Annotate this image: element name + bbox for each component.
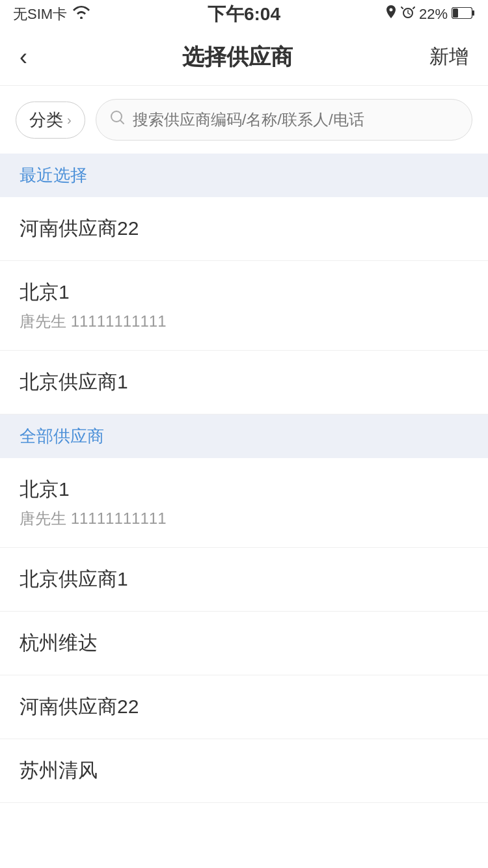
list-item[interactable]: 河南供应商22: [0, 197, 488, 261]
item-name: 北京1: [20, 279, 468, 306]
list-item[interactable]: 苏州清风: [0, 739, 488, 803]
item-name: 河南供应商22: [20, 694, 468, 720]
search-box[interactable]: [96, 99, 472, 141]
status-left: 无SIM卡: [13, 5, 90, 24]
recent-section-label: 最近选择: [20, 165, 87, 185]
item-name: 河南供应商22: [20, 215, 468, 242]
category-button[interactable]: 分类 ›: [16, 102, 85, 139]
search-icon: [109, 109, 126, 131]
item-contact: 唐先生 11111111111: [20, 508, 468, 529]
chevron-right-icon: ›: [67, 113, 72, 128]
wifi-icon: [72, 6, 90, 23]
add-button[interactable]: 新增: [416, 44, 468, 70]
page-title: 选择供应商: [59, 42, 416, 72]
list-item[interactable]: 北京供应商1: [0, 548, 488, 612]
item-name: 北京1: [20, 476, 468, 503]
list-item[interactable]: 北京供应商1: [0, 351, 488, 414]
status-bar: 无SIM卡 下午6:04 22%: [0, 0, 488, 29]
list-item[interactable]: 北京1唐先生 11111111111: [0, 261, 488, 351]
back-button[interactable]: ‹: [20, 44, 59, 71]
list-item[interactable]: 河南供应商22: [0, 675, 488, 739]
category-label: 分类: [29, 109, 63, 131]
item-name: 杭州维达: [20, 630, 468, 657]
status-right: 22%: [385, 5, 475, 23]
alarm-icon: [401, 5, 415, 23]
item-name: 北京供应商1: [20, 369, 468, 396]
item-name: 苏州清风: [20, 757, 468, 784]
all-section-header: 全部供应商: [0, 414, 488, 458]
all-section-label: 全部供应商: [20, 426, 104, 446]
list-item[interactable]: 杭州维达: [0, 612, 488, 675]
battery-icon: [452, 6, 475, 23]
all-list: 北京1唐先生 11111111111北京供应商1杭州维达河南供应商22苏州清风: [0, 458, 488, 803]
filter-bar: 分类 ›: [0, 86, 488, 154]
location-icon: [385, 5, 397, 23]
item-contact: 唐先生 11111111111: [20, 311, 468, 332]
search-input[interactable]: [133, 111, 459, 129]
status-time: 下午6:04: [208, 2, 280, 27]
svg-rect-2: [453, 8, 458, 18]
item-name: 北京供应商1: [20, 566, 468, 593]
list-item[interactable]: 北京1唐先生 11111111111: [0, 458, 488, 548]
carrier-text: 无SIM卡: [13, 5, 67, 24]
recent-section-header: 最近选择: [0, 154, 488, 197]
nav-bar: ‹ 选择供应商 新增: [0, 29, 488, 86]
recent-list: 河南供应商22北京1唐先生 11111111111北京供应商1: [0, 197, 488, 414]
battery-text: 22%: [419, 6, 448, 23]
svg-rect-3: [472, 10, 474, 16]
